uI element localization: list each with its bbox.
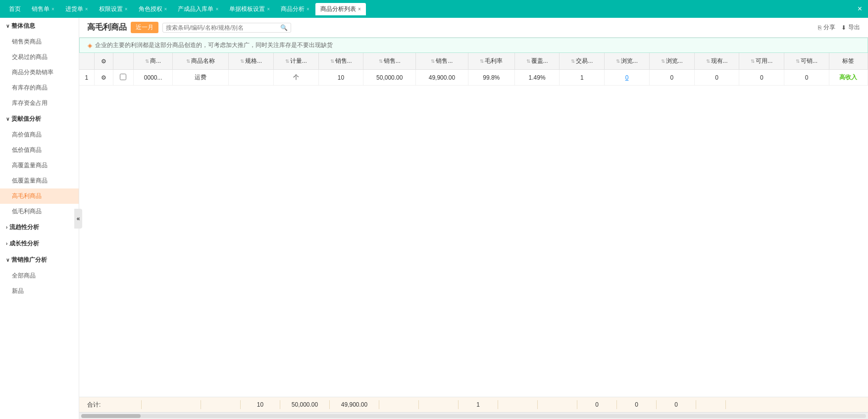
horizontal-scrollbar[interactable] (79, 412, 868, 419)
tab-close-icon[interactable]: × (85, 6, 88, 12)
row-checkbox[interactable] (120, 74, 126, 80)
col-label: 现有... (711, 57, 728, 65)
sort-icon: ⇅ (240, 58, 244, 64)
sidebar-group-header[interactable]: ∨营销推广分析 (0, 252, 79, 268)
cell-gross_rate: 99.8% (468, 70, 514, 86)
sidebar-group-label: 贡献值分析 (11, 115, 41, 123)
tab-close-icon[interactable]: × (267, 6, 270, 12)
cell-current_stock: 0 (694, 70, 739, 86)
header-actions: ⎘ 分享 ⬇ 导出 (818, 23, 860, 32)
col-header-browse2[interactable]: ⇅浏览... (649, 53, 694, 70)
sort-icon: ⇅ (379, 58, 383, 64)
tab-close-icon[interactable]: × (306, 6, 309, 12)
col-header-trans[interactable]: ⇅交易... (560, 53, 605, 70)
table-container[interactable]: ⚙⇅商...⇅商品名称⇅规格...⇅计量...⇅销售...⇅销售...⇅销售..… (79, 53, 868, 397)
sidebar-item[interactable]: 低价值商品 (0, 142, 79, 158)
cell-spec (229, 70, 274, 86)
col-header-tag: 标签 (829, 53, 868, 70)
sidebar-group-header[interactable]: ∨整体信息 (0, 18, 79, 34)
sort-icon: ⇅ (571, 58, 575, 64)
col-header-current_stock[interactable]: ⇅现有... (694, 53, 739, 70)
cell-sales_cost: 49,900.00 (416, 70, 468, 86)
sidebar-group-arrow: › (6, 225, 7, 230)
search-input[interactable] (166, 24, 278, 31)
sidebar-item[interactable]: 高覆盖量商品 (0, 158, 79, 173)
col-header-sales_cost[interactable]: ⇅销售... (416, 53, 468, 70)
tab-close-icon[interactable]: × (358, 6, 361, 12)
export-button[interactable]: ⬇ 导出 (841, 23, 860, 32)
nav-tab[interactable]: 权限设置× (94, 3, 133, 15)
sidebar-group-label: 成长性分析 (9, 239, 39, 248)
export-icon: ⬇ (841, 24, 846, 31)
sidebar-item[interactable]: 低覆盖量商品 (0, 173, 79, 188)
cell-coverage: 1.49% (514, 70, 560, 86)
col-label: 标签 (842, 57, 854, 65)
browse1-link[interactable]: 0 (625, 74, 629, 81)
tab-close-icon[interactable]: × (215, 6, 218, 12)
sidebar-item[interactable]: 商品分类助销率 (0, 65, 79, 80)
col-header-name[interactable]: ⇅商品名称 (173, 53, 229, 70)
sidebar-group-header[interactable]: ›成长性分析 (0, 235, 79, 252)
col-header-checkbox (113, 53, 133, 70)
tab-close-icon[interactable]: × (164, 6, 167, 12)
table-row: 1⚙0000...运费个1050,000.0049,900.0099.8%1.4… (79, 70, 868, 86)
close-all-tabs[interactable]: × (856, 2, 864, 15)
nav-tab[interactable]: 商品分析× (276, 3, 314, 15)
footer-cell: 50,000.00 (280, 400, 330, 409)
sidebar-item[interactable]: 高价值商品 (0, 127, 79, 142)
filter-button[interactable]: 近一月 (131, 22, 158, 33)
nav-tab[interactable]: 商品分析列表× (315, 3, 366, 15)
nav-tab[interactable]: 进货单× (60, 3, 93, 15)
row-checkbox-cell[interactable] (113, 70, 133, 86)
sidebar-item[interactable]: 交易过的商品 (0, 49, 79, 65)
nav-tab[interactable]: 首页 (4, 3, 26, 15)
nav-tab[interactable]: 销售单× (27, 3, 59, 15)
col-header-browse1[interactable]: ⇅浏览... (605, 53, 650, 70)
col-header-code[interactable]: ⇅商... (134, 53, 173, 70)
sidebar-group-arrow: › (6, 241, 7, 246)
col-header-sales_qty[interactable]: ⇅销售... (318, 53, 363, 70)
col-header-sales_amt[interactable]: ⇅销售... (363, 53, 416, 70)
scroll-thumb[interactable] (81, 414, 141, 418)
sidebar-collapse-button[interactable]: « (74, 209, 82, 229)
sidebar-item[interactable]: 全部商品 (0, 268, 79, 283)
col-header-gross_rate[interactable]: ⇅毛利率 (468, 53, 514, 70)
col-header-unit[interactable]: ⇅计量... (273, 53, 318, 70)
content-header: 高毛利商品 近一月 🔍 ⎘ 分享 ⬇ 导出 (79, 18, 868, 38)
sidebar-group-arrow: ∨ (6, 23, 9, 29)
col-header-spec[interactable]: ⇅规格... (229, 53, 274, 70)
col-header-sellable[interactable]: ⇅可销... (784, 53, 829, 70)
cell-available: 0 (739, 70, 784, 86)
nav-tab[interactable]: 单据模板设置× (224, 3, 275, 15)
sidebar-item[interactable]: 新品 (0, 283, 79, 299)
nav-tab[interactable]: 角色授权× (134, 3, 172, 15)
sidebar-group-header[interactable]: ›流趋性分析 (0, 219, 79, 235)
nav-tab[interactable]: 产成品入库单× (173, 3, 223, 15)
share-button[interactable]: ⎘ 分享 (818, 23, 835, 32)
footer-bar: 合计: 1050,000.0049,900.001000 (79, 397, 868, 412)
tab-close-icon[interactable]: × (51, 6, 54, 12)
scroll-track[interactable] (81, 414, 866, 418)
footer-cell (538, 400, 577, 409)
tab-close-icon[interactable]: × (125, 6, 128, 12)
sort-icon: ⇅ (616, 58, 620, 64)
sidebar-group-label: 营销推广分析 (11, 256, 47, 264)
col-label: 规格... (245, 57, 262, 65)
sidebar-item[interactable]: 有库存的商品 (0, 80, 79, 95)
col-label: 销售... (384, 57, 401, 65)
sidebar-item[interactable]: 高毛利商品 (0, 188, 79, 204)
main-layout: ∨整体信息销售类商品交易过的商品商品分类助销率有库存的商品库存资金占用∨贡献值分… (0, 18, 868, 419)
col-header-coverage[interactable]: ⇅覆盖... (514, 53, 560, 70)
sidebar-item[interactable]: 低毛利商品 (0, 204, 79, 219)
col-header-available[interactable]: ⇅可用... (739, 53, 784, 70)
sidebar-item[interactable]: 销售类商品 (0, 34, 79, 49)
sidebar-group-header[interactable]: ∨贡献值分析 (0, 111, 79, 127)
sidebar-item[interactable]: 库存资金占用 (0, 95, 79, 111)
search-icon[interactable]: 🔍 (280, 24, 288, 31)
row-settings[interactable]: ⚙ (94, 70, 113, 86)
col-header-settings: ⚙ (94, 53, 113, 70)
sidebar-group-label: 流趋性分析 (9, 223, 39, 232)
settings-icon[interactable]: ⚙ (101, 74, 106, 81)
search-box: 🔍 (162, 23, 291, 33)
cell-sellable: 0 (784, 70, 829, 86)
